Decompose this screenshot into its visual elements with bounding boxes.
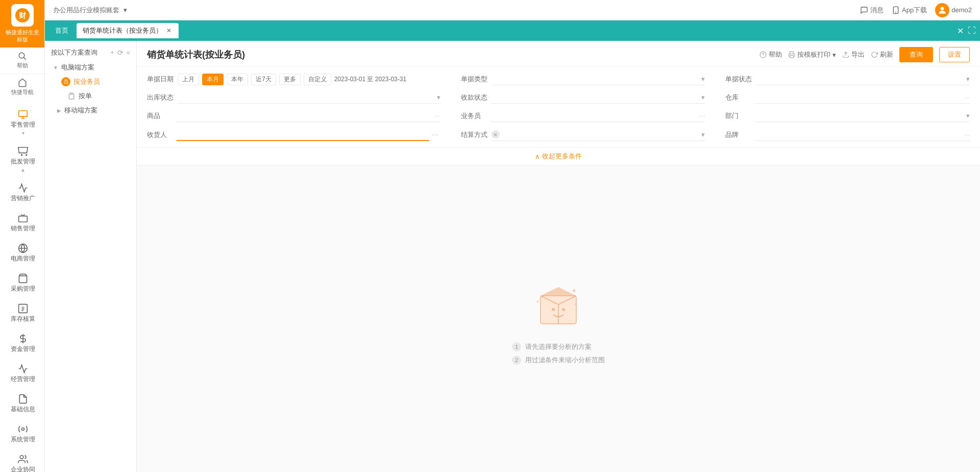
tree-grandchild-order-label: 按单 [79,91,92,101]
date-btn-this-month[interactable]: 本月 [202,74,224,85]
dept-label: 部门 [725,111,751,121]
sidebar-quick-nav-label: 快捷导航 [11,88,34,96]
date-btn-more[interactable]: 更多 [279,74,301,85]
collapse-label: 收起更多条件 [542,152,582,161]
salesperson-icon: 员 [61,77,70,86]
wholesale-arrow: ▲ [20,167,26,173]
filter-row-4: 收货人 ··· 结算方式 × ▾ [147,128,970,141]
date-btn-custom[interactable]: 自定义 [304,74,331,85]
svg-text:财: 财 [18,11,27,19]
message-btn[interactable]: 消息 [860,6,884,15]
export-btn[interactable]: 导出 [842,50,865,59]
tabbar-actions: ✕ ⛶ [957,26,976,36]
tree-arrow-pc: ▼ [53,65,58,70]
sidebar-item-enterprise[interactable]: 企业协同 [0,449,44,472]
collapse-btn[interactable]: ∧ 收起更多条件 [535,152,582,161]
filter-dept: 部门 ▾ [725,110,970,122]
tree-item-pc[interactable]: ▼ 电脑端方案 [45,60,136,75]
sidebar-item-inventory[interactable]: 库存核算 [0,298,44,328]
app-download-btn[interactable]: App下载 [892,6,927,15]
sidebar-item-system[interactable]: 系统管理 [0,419,44,449]
sidebar-item-wholesale[interactable]: 批发管理 ▲ [0,141,44,178]
svg-point-12 [22,428,24,430]
svg-point-13 [20,455,23,459]
brand-select[interactable]: ··· [755,129,970,141]
svg-point-2 [19,53,24,58]
sidebar-item-retail[interactable]: 零售管理 ▾ [0,104,44,141]
settlement-tag-close[interactable]: × [492,130,500,138]
user-info[interactable]: demo2 [935,3,972,17]
recipient-input[interactable] [177,128,429,141]
sidebar-item-inventory-label: 库存核算 [11,315,35,323]
out-status-select[interactable]: ▾ [178,91,440,104]
sidebar-search-btn[interactable]: 帮助 [0,48,44,74]
tab-home[interactable]: 首页 [49,23,75,38]
svg-rect-28 [790,55,794,58]
filter-date: 单据日期 上月 本月 本年 近7天 更多 自定义 2023-03-01 至 20… [147,74,440,85]
setting-button[interactable]: 设置 [939,47,970,62]
sidebar-item-base[interactable]: 基础信息 [0,389,44,419]
dept-select[interactable]: ▾ [755,110,970,122]
goods-control: ··· [177,110,440,122]
topbar-dropdown[interactable]: ▾ [124,6,127,14]
sidebar-item-operations-label: 经营管理 [11,375,35,384]
tabbar-close-all[interactable]: ✕ [957,26,964,36]
sidebar-item-sales-label: 销售管理 [11,224,35,233]
settlement-control: × ▾ [492,128,705,141]
date-btn-this-year[interactable]: 本年 [227,74,248,85]
sidebar-item-sales[interactable]: 销售管理 [0,208,44,238]
sidebar-logo: 财 畅捷通好生意 标版 [0,0,44,48]
doc-type-select[interactable]: ▾ [492,73,705,85]
print-btn[interactable]: 按模板打印 ▾ [788,50,836,59]
collapse-panel-btn[interactable]: « [127,49,130,57]
goods-select[interactable]: ··· [177,110,440,122]
salesperson-dots: ··· [699,112,705,120]
doc-status-caret: ▾ [966,75,970,83]
tab-sales-stat[interactable]: 销货单统计表（按业务员） ✕ [77,23,179,38]
svg-point-6 [26,154,27,155]
salesperson-select[interactable]: ··· [491,110,705,122]
sidebar-item-ecommerce[interactable]: 电商管理 [0,238,44,268]
sidebar-item-marketing[interactable]: 营销推广 [0,178,44,208]
refresh-btn[interactable]: 刷新 [871,50,893,59]
sidebar-item-operations[interactable]: 经营管理 [0,359,44,389]
svg-line-3 [23,57,26,60]
warehouse-label: 仓库 [725,93,751,102]
svg-rect-4 [19,110,28,116]
topbar-dropdown-icon: ▾ [124,6,127,14]
warehouse-select[interactable]: ··· [755,91,970,104]
doc-status-select[interactable]: ▾ [756,73,970,85]
date-btn-last-month[interactable]: 上月 [178,74,199,85]
add-scheme-btn[interactable]: + [110,49,114,57]
help-label: 帮助 [769,50,782,59]
sidebar-item-purchase-label: 采购管理 [11,285,35,293]
tree-grandchild-order[interactable]: 按单 [45,89,136,103]
sidebar-search-label: 帮助 [17,62,28,69]
settlement-caret: ▾ [701,131,705,138]
refresh-scheme-btn[interactable]: ⟳ [117,49,124,57]
sidebar: 财 畅捷通好生意 标版 帮助 快捷导航 零售管理 ▾ 批发管理 ▲ 营销推广 销… [0,0,45,472]
tree-item-mobile[interactable]: ▶ 移动端方案 [45,103,136,117]
page-title: 销货单统计表(按业务员) [147,49,245,61]
tab-home-label: 首页 [55,26,68,35]
tab-close-btn[interactable]: ✕ [165,26,173,35]
query-button[interactable]: 查询 [899,47,933,62]
sidebar-item-purchase[interactable]: 采购管理 [0,268,44,298]
settlement-select[interactable]: × ▾ [492,128,705,141]
receipt-status-select[interactable]: ▾ [492,91,705,104]
tabbar: 首页 销货单统计表（按业务员） ✕ ✕ ⛶ [45,20,980,41]
help-btn[interactable]: 帮助 [760,50,782,59]
date-label: 单据日期 [147,75,174,84]
app-download-label: App下载 [902,6,927,15]
sidebar-quick-nav[interactable]: 快捷导航 [0,74,44,100]
logo-icon: 财 [11,4,34,27]
sidebar-item-finance[interactable]: 资金管理 [0,328,44,359]
empty-state: ✦ ✦ ✦ 1 请先选择要分析的方案 2 用过滤条件来缩小分析范围 [137,166,980,472]
brand-control: ··· [755,129,970,141]
recipient-dots[interactable]: ··· [429,130,440,139]
filter-row-1: 单据日期 上月 本月 本年 近7天 更多 自定义 2023-03-01 至 20… [147,73,970,85]
date-btn-7days[interactable]: 近7天 [251,74,276,85]
sidebar-item-wholesale-label: 批发管理 [11,157,35,166]
tabbar-maximize[interactable]: ⛶ [968,26,976,36]
tree-child-salesperson[interactable]: 员 按业务员 [45,75,136,89]
